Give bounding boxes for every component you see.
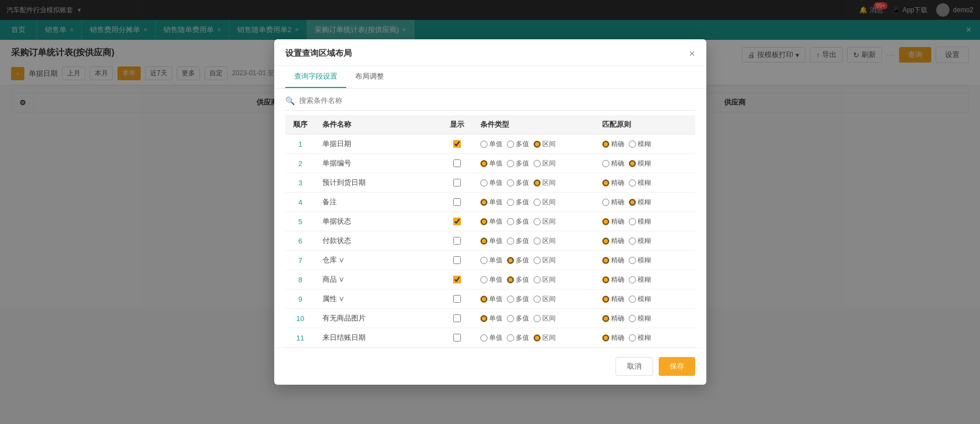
type-radio-单值[interactable]: [480, 179, 488, 187]
match-radio-精确[interactable]: [602, 160, 609, 167]
modal-tab-layout[interactable]: 布局调整: [346, 66, 393, 88]
row-num: 3: [298, 179, 302, 187]
condition-type-group: 单值多值区间: [480, 198, 589, 207]
match-radio-精确[interactable]: [602, 237, 609, 245]
type-radio-单值[interactable]: [480, 160, 488, 167]
match-rule-group: 精确模糊: [602, 256, 689, 265]
row-num: 2: [298, 159, 302, 168]
type-radio-区间[interactable]: [533, 237, 541, 245]
type-radio-多值[interactable]: [507, 276, 514, 283]
table-row: 3预计到货日期单值多值区间精确模糊: [285, 173, 695, 193]
match-radio-精确[interactable]: [602, 296, 609, 303]
display-checkbox[interactable]: [453, 140, 461, 148]
display-checkbox[interactable]: [453, 159, 461, 167]
modal-close-btn[interactable]: ×: [689, 49, 695, 59]
table-row: 1单据日期单值多值区间精确模糊: [285, 135, 695, 154]
modal-tabs: 查询字段设置 布局调整: [274, 66, 706, 89]
display-checkbox[interactable]: [453, 276, 461, 283]
condition-type-group: 单值多值区间: [480, 275, 589, 285]
table-row: 8商品 ∨单值多值区间精确模糊: [285, 270, 695, 289]
match-radio-模糊[interactable]: [629, 296, 636, 303]
type-radio-多值[interactable]: [507, 257, 514, 264]
display-checkbox[interactable]: [453, 179, 461, 187]
condition-name: 单据日期: [322, 139, 351, 148]
type-radio-区间[interactable]: [533, 218, 541, 225]
type-radio-区间[interactable]: [533, 141, 541, 148]
match-radio-精确[interactable]: [602, 257, 609, 264]
condition-name: 属性 ∨: [322, 294, 345, 303]
th-order: 顺序: [285, 115, 316, 135]
condition-name: 备注: [322, 198, 337, 206]
type-radio-单值[interactable]: [480, 218, 488, 225]
match-rule-group: 精确模糊: [602, 198, 689, 207]
type-radio-单值[interactable]: [480, 141, 488, 148]
type-radio-多值[interactable]: [507, 218, 514, 225]
match-radio-模糊[interactable]: [629, 218, 636, 225]
table-row: 4备注单值多值区间精确模糊: [285, 193, 695, 212]
type-radio-多值[interactable]: [507, 199, 514, 206]
type-radio-区间[interactable]: [533, 199, 541, 206]
match-radio-模糊[interactable]: [629, 141, 636, 148]
row-num: 8: [298, 276, 302, 284]
type-radio-单值[interactable]: [480, 199, 488, 206]
modal-search-input[interactable]: [295, 95, 695, 106]
modal-body: 🔍 顺序 条件名称 显示 条件类型 匹配原则: [274, 89, 706, 307]
table-row: 5单据状态单值多值区间精确模糊: [285, 212, 695, 231]
match-radio-模糊[interactable]: [629, 179, 636, 187]
condition-type-group: 单值多值区间: [480, 236, 589, 246]
modal-overlay: 设置查询区域布局 × 查询字段设置 布局调整 🔍: [0, 0, 980, 307]
row-num: 7: [298, 256, 302, 265]
match-rule-group: 精确模糊: [602, 139, 689, 149]
condition-type-group: 单值多值区间: [480, 217, 589, 226]
th-display: 显示: [440, 115, 474, 135]
type-radio-区间[interactable]: [533, 276, 541, 283]
match-rule-group: 精确模糊: [602, 236, 689, 246]
match-rule-group: 精确模糊: [602, 159, 689, 168]
match-radio-精确[interactable]: [602, 199, 609, 206]
th-condition-name: 条件名称: [316, 115, 440, 135]
modal-header: 设置查询区域布局 ×: [274, 39, 706, 66]
type-radio-单值[interactable]: [480, 237, 488, 245]
type-radio-区间[interactable]: [533, 179, 541, 187]
match-radio-模糊[interactable]: [629, 257, 636, 264]
match-radio-模糊[interactable]: [629, 276, 636, 283]
row-num: 4: [298, 198, 302, 206]
type-radio-单值[interactable]: [480, 296, 488, 303]
display-checkbox[interactable]: [453, 198, 461, 206]
type-radio-多值[interactable]: [507, 141, 514, 148]
type-radio-单值[interactable]: [480, 257, 488, 264]
match-radio-精确[interactable]: [602, 141, 609, 148]
match-radio-模糊[interactable]: [629, 160, 636, 167]
type-radio-单值[interactable]: [480, 276, 488, 283]
display-checkbox[interactable]: [453, 218, 461, 225]
match-rule-group: 精确模糊: [602, 217, 689, 226]
th-match-rule: 匹配原则: [596, 115, 695, 135]
type-radio-多值[interactable]: [507, 179, 514, 187]
modal-tab-query-fields[interactable]: 查询字段设置: [285, 66, 346, 88]
match-radio-精确[interactable]: [602, 218, 609, 225]
match-rule-group: 精确模糊: [602, 294, 689, 304]
type-radio-区间[interactable]: [533, 160, 541, 167]
table-row: 2单据编号单值多值区间精确模糊: [285, 154, 695, 173]
modal-title: 设置查询区域布局: [285, 48, 352, 59]
type-radio-区间[interactable]: [533, 257, 541, 264]
type-radio-区间[interactable]: [533, 296, 541, 303]
type-radio-多值[interactable]: [507, 296, 514, 303]
row-num: 5: [298, 218, 302, 226]
settings-table: 顺序 条件名称 显示 条件类型 匹配原则 1单据日期单值多值区间精确模糊2单据编…: [285, 115, 695, 307]
condition-name: 预计到货日期: [322, 178, 366, 187]
match-radio-精确[interactable]: [602, 179, 609, 187]
row-num: 9: [298, 295, 302, 303]
display-checkbox[interactable]: [453, 237, 461, 245]
type-radio-多值[interactable]: [507, 237, 514, 245]
match-radio-精确[interactable]: [602, 276, 609, 283]
display-checkbox[interactable]: [453, 256, 461, 264]
type-radio-多值[interactable]: [507, 160, 514, 167]
table-row: 7仓库 ∨单值多值区间精确模糊: [285, 251, 695, 270]
match-rule-group: 精确模糊: [602, 178, 689, 188]
condition-name: 商品 ∨: [322, 275, 345, 283]
match-radio-模糊[interactable]: [629, 199, 636, 206]
match-radio-模糊[interactable]: [629, 237, 636, 245]
condition-name: 单据编号: [322, 159, 351, 167]
display-checkbox[interactable]: [453, 295, 461, 303]
